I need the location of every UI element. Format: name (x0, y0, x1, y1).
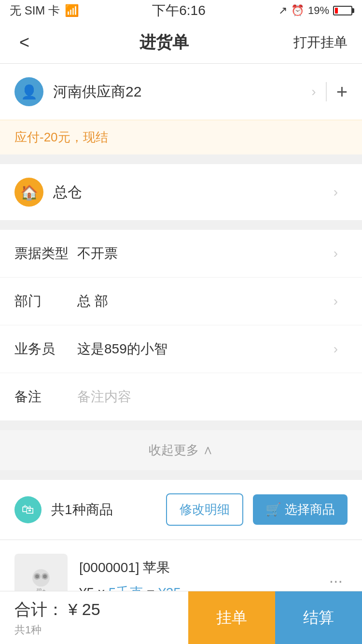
add-supplier-button[interactable]: + (336, 81, 348, 103)
supplier-name: 河南供应商22 (53, 82, 311, 102)
divider (326, 82, 327, 101)
select-product-button[interactable]: 🛒 选择商品 (253, 494, 348, 525)
battery-label: 19% (308, 4, 329, 17)
invoice-type-value: 不开票 (77, 244, 334, 263)
total-count: 共1种 (14, 623, 174, 637)
cart-icon: 🛒 (265, 502, 281, 517)
chevron-right-icon: › (334, 246, 338, 261)
remark-value: 备注内容 (77, 388, 348, 406)
location-icon: ↗ (278, 4, 287, 17)
svg-point-4 (43, 574, 47, 578)
total-section: 合计： ¥ 25 共1种 (0, 591, 188, 644)
warehouse-row[interactable]: 🏠 总仓 › (0, 164, 362, 220)
page-title: 进货单 (139, 31, 189, 54)
supplier-section: 👤 河南供应商22 › + 应付-20元，现结 (0, 64, 362, 154)
avatar-icon: 👤 (21, 84, 38, 100)
svg-point-3 (35, 574, 39, 578)
status-right: ↗ ⏰ 19% (278, 4, 352, 17)
form-section: 票据类型 不开票 › 部门 总 部 › 业务员 这是859的小智 › 备注 备注… (0, 230, 362, 420)
invoice-type-label: 票据类型 (14, 244, 77, 263)
remark-row[interactable]: 备注 备注内容 (0, 373, 362, 420)
status-left: 无 SIM 卡 📶 (10, 3, 79, 18)
department-value: 总 部 (77, 292, 334, 310)
open-pending-button[interactable]: 打开挂单 (293, 33, 348, 52)
products-header: 🛍 共1种商品 修改明细 🛒 选择商品 (0, 480, 362, 539)
products-count: 共1种商品 (51, 501, 156, 519)
more-options-button[interactable]: ··· (324, 566, 348, 595)
total-amount: 合计： ¥ 25 (14, 599, 174, 621)
hang-order-button[interactable]: 挂单 (188, 591, 275, 644)
status-time: 下午6:16 (152, 1, 206, 20)
product-code: [0000001] 苹果 (79, 560, 170, 575)
invoice-type-row[interactable]: 票据类型 不开票 › (0, 230, 362, 278)
salesperson-value: 这是859的小智 (77, 340, 334, 358)
svg-point-5 (35, 579, 47, 587)
warehouse-name: 总仓 (53, 182, 334, 202)
status-bar: 无 SIM 卡 📶 下午6:16 ↗ ⏰ 19% (0, 0, 362, 21)
department-row[interactable]: 部门 总 部 › (0, 278, 362, 325)
chevron-right-icon: › (334, 184, 338, 200)
carrier-label: 无 SIM 卡 (10, 3, 60, 18)
chevron-right-icon: › (311, 84, 316, 99)
remark-label: 备注 (14, 388, 77, 406)
chevron-right-icon: › (334, 341, 338, 357)
salesperson-label: 业务员 (14, 340, 77, 358)
product-name: [0000001] 苹果 (79, 559, 324, 577)
total-value: ¥ 25 (68, 600, 100, 618)
bottom-bar: 合计： ¥ 25 共1种 挂单 结算 (0, 591, 362, 644)
total-label: 合计： (14, 600, 64, 618)
chevron-right-icon: › (334, 294, 338, 309)
nav-bar: < 进货单 打开挂单 (0, 21, 362, 64)
back-button[interactable]: < (14, 28, 34, 57)
select-product-label: 选择商品 (285, 501, 335, 518)
salesperson-row[interactable]: 业务员 这是859的小智 › (0, 325, 362, 373)
owl-logo: 碧+ (27, 566, 56, 595)
supplier-row[interactable]: 👤 河南供应商22 › + (0, 64, 362, 120)
payment-notice: 应付-20元，现结 (0, 120, 362, 154)
products-icon: 🛍 (14, 496, 42, 523)
department-label: 部门 (14, 292, 77, 310)
checkout-button[interactable]: 结算 (275, 591, 362, 644)
battery-icon (333, 6, 352, 15)
alarm-icon: ⏰ (291, 4, 304, 17)
collapse-button[interactable]: 收起更多 ∧ (0, 430, 362, 470)
wifi-icon: 📶 (65, 4, 79, 17)
supplier-avatar: 👤 (14, 77, 43, 106)
warehouse-icon: 🏠 (14, 178, 43, 207)
warehouse-section: 🏠 总仓 › (0, 164, 362, 220)
edit-details-button[interactable]: 修改明细 (166, 493, 243, 526)
